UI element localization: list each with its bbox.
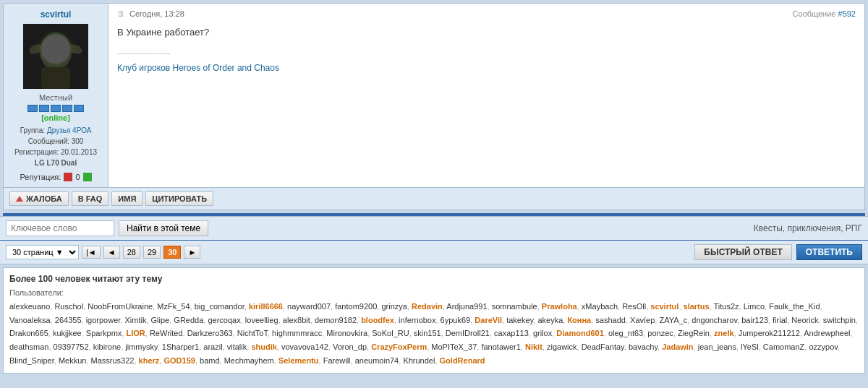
viewer-name[interactable]: 6ypuk69 [441, 316, 471, 324]
page-first-btn[interactable]: |◄ [82, 246, 101, 259]
viewer-name[interactable]: scvirtul [650, 302, 678, 311]
group-link[interactable]: Друзья 4РОА [47, 126, 91, 134]
viewer-name[interactable]: jean_jeans [698, 342, 736, 351]
viewer-name[interactable]: Drakon665 [9, 329, 48, 337]
viewer-name[interactable]: GoldRenard [440, 356, 485, 365]
viewer-name[interactable]: Jumperok211212 [739, 329, 800, 337]
viewer-name[interactable]: kibirone [93, 342, 122, 351]
viewer-name[interactable]: Ruschol [54, 302, 83, 311]
name-button[interactable]: ИМЯ [111, 191, 142, 206]
viewer-name[interactable]: Ardjuna991 [446, 302, 487, 311]
page-prev-btn[interactable]: ◄ [103, 246, 120, 259]
viewer-name[interactable]: alex8bit [283, 316, 310, 324]
page-30-btn[interactable]: 30 [163, 246, 181, 259]
viewer-name[interactable]: infernobox [399, 316, 435, 324]
viewer-name[interactable]: igorpower [86, 316, 121, 324]
viewer-name[interactable]: ZAYA_c [659, 316, 687, 324]
viewer-name[interactable]: sashadd [595, 316, 626, 324]
search-input[interactable] [6, 220, 114, 236]
viewer-name[interactable]: somnambule [492, 302, 537, 311]
viewer-name[interactable]: Darkzero363 [187, 329, 233, 337]
viewer-name[interactable]: dngoncharov [692, 316, 737, 324]
rep-minus-icon[interactable] [64, 173, 72, 181]
faq-button[interactable]: В FAQ [72, 191, 109, 206]
viewer-name[interactable]: bavachy [629, 342, 658, 351]
viewer-name[interactable]: znelk [714, 329, 734, 337]
viewer-name[interactable]: kherz [139, 356, 160, 365]
viewer-name[interactable]: Sparkpmx [86, 329, 122, 337]
viewer-name[interactable]: grinzya [381, 302, 407, 311]
viewer-name[interactable]: takekey [506, 316, 533, 324]
viewer-name[interactable]: Nikit [525, 342, 542, 351]
viewer-name[interactable]: shudik [251, 342, 276, 351]
viewer-name[interactable]: oleg_nt63 [608, 329, 643, 337]
viewer-name[interactable]: jimmysky [125, 342, 157, 351]
page-28-btn[interactable]: 28 [123, 246, 140, 259]
page-next-btn[interactable]: ► [184, 246, 200, 259]
viewer-name[interactable]: deathsman [9, 342, 48, 351]
page-29-btn[interactable]: 29 [143, 246, 161, 259]
viewer-name[interactable]: ResOll [622, 302, 646, 311]
viewer-name[interactable]: DemIDroll21 [446, 329, 490, 337]
viewer-name[interactable]: MoPITeX_37 [431, 342, 477, 351]
viewer-name[interactable]: gercoqax [208, 316, 240, 324]
viewer-name[interactable]: Blind_Sniper [9, 356, 54, 365]
reply-button[interactable]: ОТВЕТИТЬ [796, 244, 862, 260]
search-button[interactable]: Найти в этой теме [119, 220, 208, 236]
viewer-name[interactable]: Khrundel [403, 356, 435, 365]
viewer-name[interactable]: firial [773, 316, 787, 324]
viewer-name[interactable]: DareVil [475, 316, 502, 324]
viewer-name[interactable]: kirill6666 [249, 302, 283, 311]
viewer-name[interactable]: Ximtik [124, 316, 146, 324]
viewer-name[interactable]: Glipe [151, 316, 170, 324]
rep-plus-icon[interactable] [83, 173, 92, 181]
message-num-link[interactable]: #592 [838, 9, 856, 18]
viewer-name[interactable]: Mekkun [59, 356, 87, 365]
viewer-name[interactable]: bair123 [741, 316, 768, 324]
viewer-name[interactable]: CrazyFoxPerm [371, 342, 427, 351]
viewer-name[interactable]: Mechmayhem [224, 356, 274, 365]
viewer-name[interactable]: 264355 [55, 316, 82, 324]
viewer-name[interactable]: ReWrited [150, 329, 183, 337]
viewer-name[interactable]: Neorick [791, 316, 818, 324]
viewer-name[interactable]: CamomanZ [763, 342, 804, 351]
viewer-name[interactable]: loveellieg [245, 316, 278, 324]
viewer-name[interactable]: Mironovkira [326, 329, 367, 337]
viewer-name[interactable]: MzFk_54 [157, 302, 190, 311]
viewer-name[interactable]: vitalik [227, 342, 247, 351]
viewer-name[interactable]: zigawick [547, 342, 577, 351]
viewer-name[interactable]: big_comandor [195, 302, 244, 311]
viewer-name[interactable]: Jadawin [662, 342, 693, 351]
viewer-name[interactable]: Andrewpheel [804, 329, 850, 337]
complaint-button[interactable]: ЖАЛОБА [9, 191, 69, 206]
viewer-name[interactable]: Farewill [323, 356, 351, 365]
viewer-name[interactable]: ozzypov [809, 342, 838, 351]
viewer-name[interactable]: caxap113 [494, 329, 529, 337]
viewer-name[interactable]: SoKol_RU [372, 329, 409, 337]
viewer-name[interactable]: grilox [533, 329, 552, 337]
viewer-name[interactable]: Massrus322 [91, 356, 135, 365]
viewer-name[interactable]: akeyka [537, 316, 563, 324]
viewer-name[interactable]: LIOR [126, 329, 145, 337]
viewer-name[interactable]: DeadFantay [582, 342, 624, 351]
viewer-name[interactable]: Faulk_the_Kid [769, 302, 820, 311]
viewer-name[interactable]: ZiegRein [678, 329, 710, 337]
fast-reply-button[interactable]: БЫСТРЫЙ ОТВЕТ [694, 244, 791, 260]
viewer-name[interactable]: Limco [744, 302, 765, 311]
viewer-name[interactable]: slartus [684, 302, 710, 311]
viewer-name[interactable]: NichtToT [237, 329, 268, 337]
viewer-name[interactable]: lYeSl [741, 342, 759, 351]
viewer-name[interactable]: Diamond601 [556, 329, 603, 337]
username-link[interactable]: scvirtul [41, 9, 72, 20]
viewer-name[interactable]: 09397752 [54, 342, 89, 351]
viewer-name[interactable]: aneumoin74 [355, 356, 399, 365]
viewer-name[interactable]: NoobFromUkraine [88, 302, 153, 311]
viewer-name[interactable]: switchpin [823, 316, 856, 324]
page-select[interactable]: 30 страниц ▼ [6, 245, 79, 259]
viewer-name[interactable]: alexkeuano [9, 302, 50, 311]
viewer-name[interactable]: Prawloha [542, 302, 577, 311]
viewer-name[interactable]: Vanoaleksa [9, 316, 51, 324]
viewer-name[interactable]: fanotawer1 [481, 342, 520, 351]
viewer-name[interactable]: highmmmracc [272, 329, 322, 337]
viewer-name[interactable]: arazil [203, 342, 222, 351]
